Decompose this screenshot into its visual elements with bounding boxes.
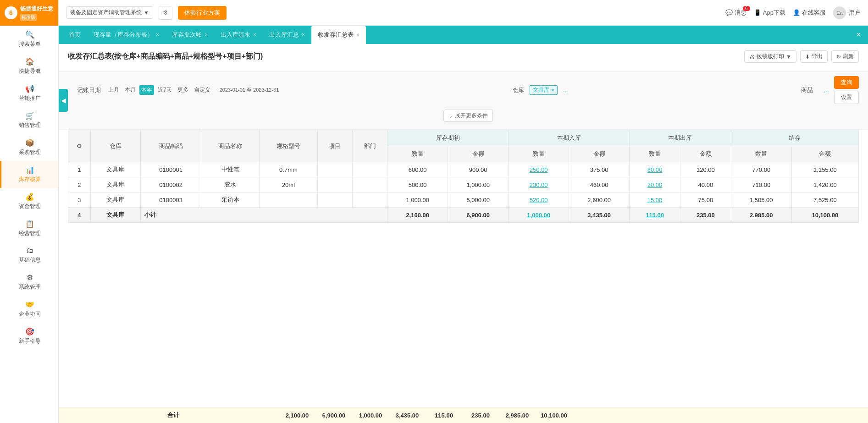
date-btn-近7天[interactable]: 近7天 bbox=[156, 85, 174, 95]
cell-no: 2 bbox=[68, 177, 91, 192]
setting-btn[interactable]: 设置 bbox=[834, 91, 859, 104]
settings-gear[interactable]: ⚙ bbox=[159, 6, 172, 20]
tab-1[interactable]: 现存量（库存分布表）× bbox=[87, 26, 166, 44]
experience-btn[interactable]: 体验行业方案 bbox=[178, 6, 227, 20]
col-project-header: 项目 bbox=[317, 130, 352, 162]
query-btn[interactable]: 查询 bbox=[834, 76, 859, 89]
tab-close-2[interactable]: × bbox=[205, 32, 208, 38]
system-dropdown[interactable]: 装备及固定资产辅助管理系统 ▼ bbox=[66, 6, 153, 19]
cell-in-qty[interactable]: 520.00 bbox=[509, 192, 569, 208]
sidebar-item-marketing[interactable]: 📢营销推广 bbox=[0, 80, 58, 107]
warehouse-label: 仓库 bbox=[512, 86, 524, 94]
warehouse-tag[interactable]: 文具库 × bbox=[530, 85, 558, 95]
export-btn[interactable]: ⬇ 导出 bbox=[800, 50, 828, 63]
sub-closing-amt: 10,100.00 bbox=[791, 208, 858, 223]
cell-name: 采访本 bbox=[201, 192, 260, 208]
warehouse-more[interactable]: ... bbox=[563, 87, 568, 93]
filter-toggle[interactable]: ◀ bbox=[59, 89, 68, 112]
col-opening-group: 库存期初 bbox=[387, 130, 509, 146]
refresh-btn[interactable]: ↻ 刷新 bbox=[831, 50, 859, 63]
page-title-bar: 收发存汇总表(按仓库+商品编码+商品+规格型号+项目+部门) 🖨 拨镜版打印 ▼… bbox=[68, 50, 859, 63]
cell-opening-amt: 5,000.00 bbox=[448, 192, 509, 208]
sidebar-item-sales[interactable]: 🛒销售管理 bbox=[0, 107, 58, 134]
cell-out-qty[interactable]: 20.00 bbox=[630, 177, 680, 192]
cell-closing-amt: 7,525.00 bbox=[791, 192, 858, 208]
cell-dept bbox=[353, 162, 387, 177]
cell-warehouse: 文具库 bbox=[90, 177, 140, 192]
user-menu[interactable]: Ea 用户 bbox=[833, 6, 861, 19]
sub-out-qty[interactable]: 115.00 bbox=[630, 208, 680, 223]
sidebar-item-system[interactable]: ⚙系统管理 bbox=[0, 269, 58, 296]
cell-dept bbox=[353, 192, 387, 208]
sidebar-item-quicknav[interactable]: 🏠快捷导航 bbox=[0, 53, 58, 80]
sidebar-item-basic[interactable]: 🗂基础信息 bbox=[0, 242, 58, 269]
sidebar-nav: 🔍搜索菜单🏠快捷导航📢营销推广🛒销售管理📦采购管理📊库存核算💰资金管理📋经营管理… bbox=[0, 26, 58, 350]
cell-out-qty[interactable]: 80.00 bbox=[630, 162, 680, 177]
sidebar-item-corp[interactable]: 🤝企业协同 bbox=[0, 296, 58, 323]
tab-5[interactable]: 收发存汇总表× bbox=[311, 26, 366, 44]
cell-opening-amt: 900.00 bbox=[448, 162, 509, 177]
cell-spec bbox=[260, 192, 318, 208]
expand-btn[interactable]: ⌄ 展开更多条件 bbox=[443, 110, 493, 122]
sidebar-item-inventory[interactable]: 📊库存核算 bbox=[0, 161, 58, 188]
tab-label-5: 收发存汇总表 bbox=[318, 31, 354, 39]
print-btn[interactable]: 🖨 拨镜版打印 ▼ bbox=[744, 50, 796, 63]
cell-code: 0100003 bbox=[141, 192, 201, 208]
sidebar-item-finance[interactable]: 💰资金管理 bbox=[0, 188, 58, 215]
inventory-icon: 📊 bbox=[25, 165, 34, 174]
cell-in-amt: 2,600.00 bbox=[569, 192, 630, 208]
date-btn-上月[interactable]: 上月 bbox=[106, 85, 121, 95]
sidebar-item-search[interactable]: 🔍搜索菜单 bbox=[0, 26, 58, 53]
col-in-amt: 金额 bbox=[569, 146, 630, 162]
footer-out-amt: 235.00 bbox=[462, 412, 499, 419]
logo-area: 6 畅捷通好生意 标准版 bbox=[0, 0, 58, 26]
finance-icon: 💰 bbox=[25, 192, 34, 201]
cell-opening-qty: 600.00 bbox=[387, 162, 448, 177]
logo-icon: 6 bbox=[5, 6, 17, 19]
tab-4[interactable]: 出入库汇总× bbox=[263, 26, 311, 44]
main-content: 装备及固定资产辅助管理系统 ▼ ⚙ 体验行业方案 💬 消息 6 📱 App下载 … bbox=[59, 0, 868, 423]
sidebar-label-purchase: 采购管理 bbox=[19, 148, 41, 156]
basic-icon: 🗂 bbox=[26, 247, 33, 255]
quicknav-icon: 🏠 bbox=[25, 57, 34, 66]
sidebar-item-operation[interactable]: 📋经营管理 bbox=[0, 215, 58, 242]
cell-out-amt: 75.00 bbox=[680, 192, 731, 208]
sub-warehouse: 文具库 bbox=[90, 208, 140, 223]
app-download-btn[interactable]: 📱 App下载 bbox=[754, 9, 785, 17]
tabbar-close-all[interactable]: × bbox=[853, 31, 864, 39]
tab-close-4[interactable]: × bbox=[302, 32, 305, 38]
sub-in-amt: 3,435.00 bbox=[569, 208, 630, 223]
cell-opening-qty: 1,000.00 bbox=[387, 192, 448, 208]
date-btn-更多[interactable]: 更多 bbox=[176, 85, 190, 95]
tab-3[interactable]: 出入库流水× bbox=[214, 26, 263, 44]
sub-opening-qty: 2,100.00 bbox=[387, 208, 448, 223]
tab-2[interactable]: 库存批次账× bbox=[166, 26, 214, 44]
cell-in-qty[interactable]: 230.00 bbox=[509, 177, 569, 192]
date-btn-本年[interactable]: 本年 bbox=[139, 85, 154, 95]
cell-in-amt: 375.00 bbox=[569, 162, 630, 177]
goods-more[interactable]: ... bbox=[824, 87, 829, 93]
cell-closing-qty: 710.00 bbox=[731, 177, 791, 192]
sidebar-item-purchase[interactable]: 📦采购管理 bbox=[0, 134, 58, 161]
message-btn[interactable]: 💬 消息 6 bbox=[725, 9, 746, 17]
sidebar-label-marketing: 营销推广 bbox=[19, 94, 41, 102]
tab-close-1[interactable]: × bbox=[156, 32, 159, 38]
filter-section: ◀ 记账日期 上月本月本年近7天更多自定义 2023-01-01 至 2023-… bbox=[59, 71, 868, 130]
expand-row: ⌄ 展开更多条件 bbox=[77, 107, 859, 125]
purchase-icon: 📦 bbox=[25, 138, 34, 147]
date-btn-自定义[interactable]: 自定义 bbox=[192, 85, 212, 95]
col-settings-header[interactable]: ⚙ bbox=[68, 130, 91, 162]
tabbar: 首页现存量（库存分布表）×库存批次账×出入库流水×出入库汇总×收发存汇总表×× bbox=[59, 26, 868, 44]
tab-close-3[interactable]: × bbox=[253, 32, 256, 38]
sidebar-item-newbie[interactable]: 🎯新手引导 bbox=[0, 323, 58, 350]
cell-closing-qty: 1,505.00 bbox=[731, 192, 791, 208]
tab-0[interactable]: 首页 bbox=[62, 26, 87, 44]
goods-label: 商品 bbox=[801, 86, 813, 94]
sub-in-qty[interactable]: 1,000.00 bbox=[509, 208, 569, 223]
cell-in-qty[interactable]: 250.00 bbox=[509, 162, 569, 177]
date-btn-本月[interactable]: 本月 bbox=[123, 85, 138, 95]
col-out-qty: 数量 bbox=[630, 146, 680, 162]
tab-close-5[interactable]: × bbox=[356, 32, 359, 38]
online-service-btn[interactable]: 👤 在线客服 bbox=[793, 9, 826, 17]
cell-out-qty[interactable]: 15.00 bbox=[630, 192, 680, 208]
